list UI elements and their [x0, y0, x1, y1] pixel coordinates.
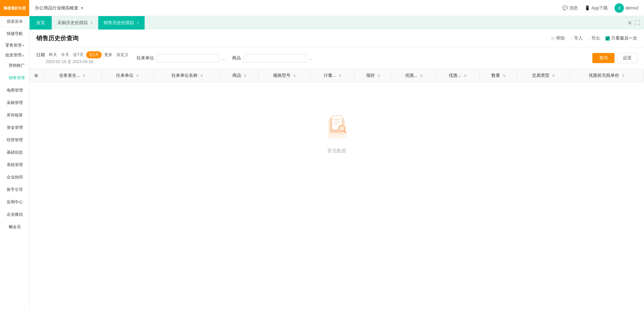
tab-sales-history[interactable]: 销售历史价跟踪 ×	[98, 16, 145, 30]
date-btn-yesterday[interactable]: 昨天	[48, 51, 58, 58]
tab-home-label: 首页	[36, 20, 45, 26]
sidebar-item-enterprise[interactable]: 企业协同	[0, 171, 29, 184]
query-button[interactable]: 查询	[592, 53, 614, 63]
sidebar-item-marketing[interactable]: 营销推广	[0, 59, 29, 72]
help-icon: ⊙	[551, 36, 555, 41]
topbar-appdownload[interactable]: 📱 App下载	[585, 5, 608, 11]
product-input[interactable]	[244, 54, 306, 62]
message-label: 消息	[569, 5, 578, 11]
product-dots[interactable]: ...	[309, 56, 312, 61]
main-area: 办公用品行业模拟账套 ▾ 💬 消息 📱 App下载 d demo2 首页 采购历…	[30, 0, 644, 310]
th-discount1[interactable]: 优惠... ⇅	[392, 69, 436, 82]
date-btn-last1m[interactable]: 近1月	[86, 51, 102, 58]
sidebar-item-ecommerce[interactable]: 电商管理	[0, 84, 29, 97]
maximize-window-btn[interactable]: ⛶	[635, 20, 640, 26]
date-btn-custom[interactable]: 自定义	[115, 51, 130, 58]
sidebar-label-retail: 零售管理	[5, 43, 21, 48]
import-label: 导入	[574, 35, 583, 41]
username: demo2	[625, 5, 639, 10]
import-button[interactable]: ↑ 导入	[570, 35, 583, 41]
empty-text: 暂无数据	[327, 148, 346, 154]
sidebar-item-search[interactable]: 搜索菜单	[0, 16, 29, 28]
date-btn-last7[interactable]: 近7天	[72, 51, 85, 58]
sort-icon: ⇅	[244, 74, 247, 78]
date-filter-block: 日期 昨天 今天 近7天 近1月 更多 自定义 2023-02-18 至 202…	[36, 51, 130, 65]
filter-actions: 查询 设置	[592, 53, 637, 63]
product-filter-group: 商品 ...	[232, 54, 312, 62]
close-window-btn[interactable]: ✕	[628, 20, 632, 26]
topbar-user[interactable]: d demo2	[614, 3, 639, 13]
sidebar-item-purchase[interactable]: 采购管理	[0, 97, 29, 109]
filter-bar: 日期 昨天 今天 近7天 近1月 更多 自定义 2023-02-18 至 202…	[30, 47, 644, 69]
export-button[interactable]: ↓ 导出	[588, 35, 600, 41]
sidebar-item-retail[interactable]: 零售管理 ▾	[0, 40, 29, 50]
th-gear[interactable]: ⚙	[30, 69, 43, 82]
sidebar-item-sales[interactable]: 销售管理	[0, 72, 29, 84]
logo: 畅捷通好生意	[0, 0, 29, 16]
sidebar: 畅捷通好生意 搜索菜单 快捷导航 零售管理 ▾ 批发管理 ▴ 营销推广 销售管理…	[0, 0, 30, 310]
sort-icon: ⇅	[377, 74, 380, 78]
only-last-checkbox-label[interactable]: 只看最后一次	[605, 35, 637, 41]
sidebar-item-finance[interactable]: 资金管理	[0, 121, 29, 134]
table-container: ⚙ 业务发生... ⇅ 往来单位 ⇅ 往来单位名称 ⇅	[30, 69, 644, 310]
chevron-down-icon: ▾	[22, 44, 24, 47]
th-pretax-price[interactable]: 优惠前无税单价 ⇅	[570, 69, 644, 82]
empty-illustration	[320, 109, 354, 143]
tab-sales-label: 销售历史价跟踪	[104, 20, 134, 26]
sort-icon: ⇅	[293, 74, 296, 78]
th-spec[interactable]: 规格型号 ⇅	[258, 69, 311, 82]
sidebar-item-operations[interactable]: 经营管理	[0, 134, 29, 146]
sort-icon: ⇅	[503, 74, 505, 78]
th-product[interactable]: 商品 ⇅	[221, 69, 258, 82]
date-btn-more[interactable]: 更多	[103, 51, 114, 58]
partner-label: 往来单位	[137, 55, 154, 61]
th-qty[interactable]: 数量 ⇅	[480, 69, 517, 82]
sort-icon: ⇅	[552, 74, 555, 78]
th-trade-type[interactable]: 交易类型 ⇅	[517, 69, 570, 82]
date-filter-group: 日期 昨天 今天 近7天 近1月 更多 自定义	[36, 51, 130, 58]
tab-purchase-close[interactable]: ×	[91, 21, 93, 25]
tabs-bar: 首页 采购历史价跟踪 × 销售历史价跟踪 × ✕ ⛶	[30, 16, 644, 30]
product-label: 商品	[232, 55, 241, 61]
th-biz-date[interactable]: 业务发生... ⇅	[43, 69, 101, 82]
page-header: 销售历史价查询 ⊙ 帮助 ↑ 导入 ↓ 导出 只看最后一次	[30, 30, 644, 47]
sidebar-item-quicknav[interactable]: 快捷导航	[0, 28, 29, 40]
sidebar-item-wholesale[interactable]: 批发管理 ▴	[0, 50, 29, 59]
table-header: ⚙ 业务发生... ⇅ 往来单位 ⇅ 往来单位名称 ⇅	[30, 69, 644, 82]
logo-text: 畅捷通好生意	[4, 6, 26, 10]
sidebar-item-wechat[interactable]: 企业微信	[0, 208, 29, 221]
tab-home[interactable]: 首页	[30, 16, 52, 30]
date-range-display: 2023-02-18 至 2023-03-18	[46, 59, 130, 65]
th-unit[interactable]: 计量... ⇅	[311, 69, 354, 82]
tab-sales-close[interactable]: ×	[137, 21, 139, 25]
tab-purchase-history[interactable]: 采购历史价跟踪 ×	[52, 16, 98, 30]
th-discount2[interactable]: 优惠... ⇅	[436, 69, 479, 82]
sort-icon: ⇅	[83, 74, 85, 78]
th-partner-code[interactable]: 往来单位 ⇅	[101, 69, 154, 82]
sidebar-item-system[interactable]: 系统管理	[0, 159, 29, 171]
table-header-row: ⚙ 业务发生... ⇅ 往来单位 ⇅ 往来单位名称 ⇅	[30, 69, 644, 82]
topbar-dropdown[interactable]: ▾	[81, 6, 83, 10]
partner-filter-group: 往来单位 ...	[137, 54, 225, 62]
help-button[interactable]: ⊙ 帮助	[551, 35, 565, 41]
sidebar-item-basic[interactable]: 基础信息	[0, 146, 29, 159]
sort-icon: ⇅	[622, 74, 625, 78]
gear-icon[interactable]: ⚙	[34, 73, 38, 78]
settings-button[interactable]: 设置	[617, 53, 637, 63]
only-last-checkbox[interactable]	[605, 36, 610, 41]
partner-dots[interactable]: ...	[222, 56, 225, 61]
th-partner-name[interactable]: 往来单位名称 ⇅	[154, 69, 221, 82]
empty-state-row: 暂无数据	[30, 82, 644, 181]
app-icon: 📱	[585, 5, 590, 10]
sort-icon: ⇅	[136, 74, 139, 78]
sidebar-item-appcenter[interactable]: 应用中心	[0, 196, 29, 208]
sidebar-item-inventory[interactable]: 库存核算	[0, 109, 29, 121]
sidebar-item-guide[interactable]: 新手引导	[0, 184, 29, 196]
topbar-title: 办公用品行业模拟账套	[35, 5, 78, 11]
partner-input[interactable]	[157, 54, 219, 62]
date-label: 日期	[36, 52, 45, 58]
th-price[interactable]: 报价 ⇅	[355, 69, 392, 82]
sidebar-item-member[interactable]: 畅会员	[0, 221, 29, 233]
topbar-message[interactable]: 💬 消息	[562, 5, 578, 11]
date-btn-today[interactable]: 今天	[60, 51, 70, 58]
